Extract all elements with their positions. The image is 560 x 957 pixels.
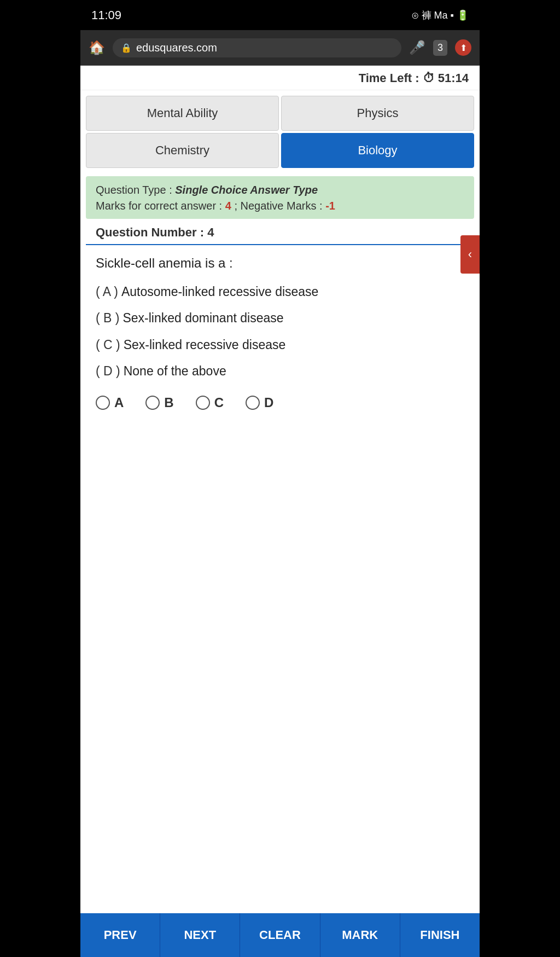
option-b: ( B ) Sex-linked dominant disease xyxy=(96,309,464,328)
question-type-value: Single Choice Answer Type xyxy=(175,184,318,196)
radio-option-a[interactable]: A xyxy=(96,395,124,410)
radio-circle-b xyxy=(145,396,160,410)
browser-action-red-button[interactable]: ⬆ xyxy=(455,39,471,56)
status-bar: 11:09 ⊙ 褲 Ma ▪ 🔋 xyxy=(80,0,480,30)
option-a-text: Autosome-linked recessive disease xyxy=(121,282,319,301)
question-info-banner: Question Type : Single Choice Answer Typ… xyxy=(86,176,474,219)
option-a-label: ( A ) xyxy=(96,282,118,301)
radio-option-d[interactable]: D xyxy=(246,395,273,410)
question-number-value: 4 xyxy=(207,225,214,239)
question-number-bar: Question Number : 4 xyxy=(86,219,474,245)
url-text: edusquares.com xyxy=(136,42,217,54)
option-d: ( D ) None of the above xyxy=(96,362,464,381)
radio-option-c[interactable]: C xyxy=(196,395,224,410)
tab-biology[interactable]: Biology xyxy=(281,133,474,168)
browser-bar: 🏠 🔒 edusquares.com 🎤 3 ⬆ xyxy=(80,30,480,66)
next-button[interactable]: NEXT xyxy=(160,913,240,957)
timer-value: 51:14 xyxy=(438,71,469,85)
question-type-prefix: Question Type : xyxy=(96,184,172,196)
marks-value: 4 xyxy=(225,200,231,212)
neg-marks-label: ; Negative Marks : xyxy=(234,200,322,212)
tab-count-button[interactable]: 3 xyxy=(433,40,447,56)
radio-circle-d xyxy=(246,396,260,410)
tab-physics[interactable]: Physics xyxy=(281,96,474,131)
option-d-text: None of the above xyxy=(124,362,226,381)
clear-button[interactable]: CLEAR xyxy=(240,913,320,957)
question-marks-line: Marks for correct answer : 4 ; Negative … xyxy=(96,200,464,212)
radio-circle-c xyxy=(196,396,210,410)
radio-label-a: A xyxy=(114,395,124,410)
options-list: ( A ) Autosome-linked recessive disease … xyxy=(86,278,474,385)
content-inner: Question Type : Single Choice Answer Typ… xyxy=(80,171,480,573)
radio-options-row: A B C D xyxy=(86,385,474,420)
timer-clock-icon: ⏱ xyxy=(423,71,435,85)
browser-url-bar[interactable]: 🔒 edusquares.com xyxy=(113,38,401,57)
mic-icon[interactable]: 🎤 xyxy=(409,40,425,55)
status-time: 11:09 xyxy=(91,8,121,22)
tab-chemistry[interactable]: Chemistry xyxy=(86,133,279,168)
footer-buttons: PREV NEXT CLEAR MARK FINISH xyxy=(80,913,480,957)
question-text: Sickle-cell anemia is a : xyxy=(86,245,474,278)
question-number-label: Question Number : xyxy=(96,225,204,239)
finish-button[interactable]: FINISH xyxy=(400,913,480,957)
option-b-text: Sex-linked dominant disease xyxy=(122,309,283,328)
home-icon[interactable]: 🏠 xyxy=(89,40,105,55)
question-number-text: Question Number : 4 xyxy=(96,225,214,239)
tab-mental-ability[interactable]: Mental Ability xyxy=(86,96,279,131)
timer-bar: Time Left : ⏱ 51:14 xyxy=(80,66,480,90)
option-a: ( A ) Autosome-linked recessive disease xyxy=(96,282,464,301)
content-area: Time Left : ⏱ 51:14 Mental Ability Physi… xyxy=(80,66,480,957)
phone-frame: 11:09 ⊙ 褲 Ma ▪ 🔋 🏠 🔒 edusquares.com 🎤 3 … xyxy=(80,0,480,957)
option-c: ( C ) Sex-linked recessive disease xyxy=(96,335,464,355)
timer-label: Time Left : xyxy=(359,71,419,85)
lock-icon: 🔒 xyxy=(121,43,132,53)
option-d-label: ( D ) xyxy=(96,362,120,381)
radio-option-b[interactable]: B xyxy=(145,395,173,410)
option-c-text: Sex-linked recessive disease xyxy=(124,335,286,355)
neg-marks-value: -1 xyxy=(325,200,335,212)
prev-button[interactable]: PREV xyxy=(80,913,160,957)
question-type-line: Question Type : Single Choice Answer Typ… xyxy=(96,184,464,196)
radio-label-d: D xyxy=(264,395,273,410)
marks-label: Marks for correct answer : xyxy=(96,200,222,212)
signal-icons: ⊙ 褲 Ma ▪ 🔋 xyxy=(411,9,469,22)
collapse-panel-button[interactable]: ‹ xyxy=(460,235,480,274)
option-b-label: ( B ) xyxy=(96,309,119,328)
radio-label-c: C xyxy=(214,395,224,410)
radio-circle-a xyxy=(96,396,110,410)
radio-label-b: B xyxy=(164,395,173,410)
option-c-label: ( C ) xyxy=(96,335,120,355)
content-spacer xyxy=(80,420,480,530)
mark-button[interactable]: MARK xyxy=(320,913,400,957)
status-icons: ⊙ 褲 Ma ▪ 🔋 xyxy=(411,9,469,22)
subject-tabs: Mental Ability Physics Chemistry Biology xyxy=(80,90,480,171)
